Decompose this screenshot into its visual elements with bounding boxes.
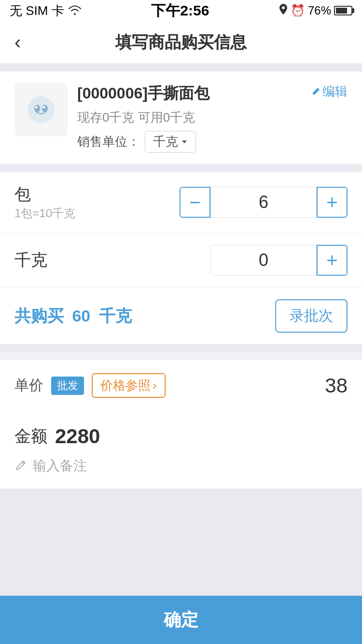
- nav-bar: ‹ 填写商品购买信息: [0, 21, 362, 64]
- confirm-button[interactable]: 确定: [0, 596, 362, 644]
- amount-label: 金额: [14, 425, 47, 448]
- edit-button[interactable]: 编辑: [311, 83, 348, 100]
- unit-select[interactable]: 千克: [145, 131, 196, 153]
- divider-2: [0, 344, 362, 352]
- price-row: 单价 批发 价格参照 › 38: [0, 360, 362, 411]
- product-image: [14, 83, 68, 136]
- summary-row: 共购买 60 千克 录批次: [0, 288, 362, 344]
- price-value: 38: [325, 374, 348, 397]
- status-bar: 无 SIM 卡 下午2:56 ⏰ 76%: [0, 0, 362, 21]
- remark-placeholder: 输入备注: [33, 457, 87, 475]
- qty-control-kg: +: [210, 245, 348, 276]
- product-card: [0000006]手撕面包 编辑 现存0千克 可用0千克 销售单位： 千克: [0, 71, 362, 164]
- status-right: ⏰ 76%: [279, 4, 352, 17]
- product-unit: 销售单位： 千克: [77, 131, 348, 153]
- svg-point-3: [35, 106, 38, 109]
- summary-text: 共购买 60 千克: [14, 305, 132, 327]
- amount-row: 金额 2280: [14, 425, 348, 448]
- product-name: [0000006]手撕面包: [77, 83, 209, 104]
- wifi-icon: [68, 3, 82, 18]
- product-stock: 现存0千克 可用0千克: [77, 109, 348, 126]
- qty-label-kg: 千克: [14, 249, 210, 271]
- qty-control-bag: − +: [180, 187, 348, 218]
- status-left: 无 SIM 卡: [10, 2, 82, 19]
- qty-row-bag: 包 1包=10千克 − +: [0, 172, 362, 233]
- back-button[interactable]: ‹: [14, 31, 43, 53]
- minus-button-bag[interactable]: −: [180, 187, 210, 218]
- product-logo-icon: [27, 95, 56, 124]
- battery-pct: 76%: [308, 4, 331, 17]
- alarm-icon: ⏰: [291, 4, 305, 17]
- page-title: 填写商品购买信息: [115, 31, 247, 54]
- amount-section: 金额 2280 输入备注: [0, 411, 362, 489]
- qty-label-bag: 包: [14, 183, 180, 206]
- qty-sub-bag: 1包=10千克: [14, 206, 180, 221]
- remark-row[interactable]: 输入备注: [14, 457, 348, 489]
- svg-point-2: [42, 105, 48, 112]
- edit-remark-icon: [14, 459, 28, 473]
- product-info: [0000006]手撕面包 编辑 现存0千克 可用0千克 销售单位： 千克: [77, 83, 348, 153]
- spacer: [0, 489, 362, 596]
- svg-point-1: [34, 105, 40, 112]
- svg-point-4: [43, 106, 45, 109]
- price-tag-batch: 批发: [51, 377, 84, 395]
- carrier-text: 无 SIM 卡: [10, 2, 64, 19]
- battery-icon: [334, 6, 352, 15]
- qty-section: 包 1包=10千克 − + 千克 + 共购买 60 千克 录批次: [0, 172, 362, 344]
- qty-row-kg: 千克 +: [0, 233, 362, 288]
- qty-input-bag[interactable]: [210, 187, 317, 218]
- svg-point-0: [28, 96, 55, 123]
- price-section: 单价 批发 价格参照 › 38: [0, 360, 362, 411]
- divider-1: [0, 164, 362, 172]
- batch-button[interactable]: 录批次: [275, 299, 348, 333]
- price-label: 单价: [14, 376, 43, 395]
- confirm-label: 确定: [164, 608, 198, 632]
- amount-value: 2280: [55, 425, 100, 448]
- status-time: 下午2:56: [151, 1, 209, 21]
- price-ref-button[interactable]: 价格参照 ›: [92, 373, 166, 398]
- plus-button-kg[interactable]: +: [317, 245, 348, 276]
- divider-top: [0, 64, 362, 71]
- plus-button-bag[interactable]: +: [317, 187, 348, 218]
- qty-input-kg[interactable]: [210, 245, 317, 276]
- location-icon: [279, 4, 288, 17]
